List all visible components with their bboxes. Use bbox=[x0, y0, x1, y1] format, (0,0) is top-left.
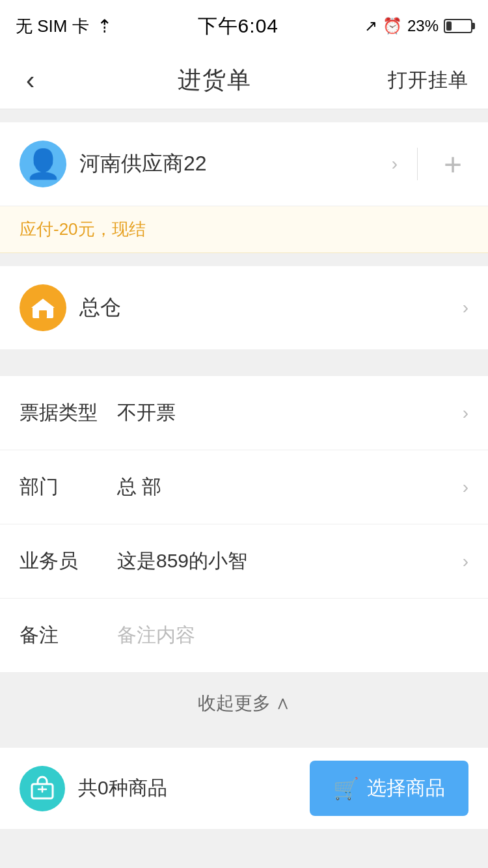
carrier-label: 无 SIM 卡 bbox=[16, 15, 89, 38]
divider bbox=[417, 148, 418, 180]
gap-2 bbox=[0, 253, 488, 266]
add-supplier-button[interactable]: + bbox=[437, 146, 468, 182]
select-product-label: 选择商品 bbox=[367, 775, 445, 802]
remark-input[interactable]: 备注内容 bbox=[111, 622, 468, 649]
gap-1 bbox=[0, 109, 488, 122]
status-time: 下午6:04 bbox=[198, 13, 278, 40]
dept-row[interactable]: 部门 总 部 › bbox=[0, 450, 488, 524]
bill-type-value: 不开票 bbox=[111, 400, 463, 426]
alarm-icon: ⏰ bbox=[383, 17, 402, 35]
remark-row[interactable]: 备注 备注内容 bbox=[0, 599, 488, 673]
gap-3 bbox=[0, 350, 488, 363]
svg-rect-2 bbox=[39, 310, 47, 318]
notice-text: 应付-20元，现结 bbox=[20, 219, 146, 239]
back-button[interactable]: ‹ bbox=[20, 59, 41, 102]
remark-label: 备注 bbox=[20, 622, 111, 649]
supplier-name: 河南供应商22 bbox=[79, 150, 379, 178]
product-icon bbox=[29, 775, 56, 802]
select-product-icon: 🛒 bbox=[333, 776, 359, 801]
wifi-icon: ⇡ bbox=[97, 16, 112, 37]
status-left: 无 SIM 卡 ⇡ bbox=[16, 15, 112, 38]
location-icon: ↗ bbox=[364, 17, 377, 35]
dept-label: 部门 bbox=[20, 474, 111, 500]
supplier-chevron-icon: › bbox=[392, 154, 398, 174]
supplier-avatar: 👤 bbox=[20, 141, 66, 187]
warehouse-row[interactable]: 总仓 › bbox=[0, 266, 488, 350]
warehouse-label: 总仓 bbox=[79, 293, 450, 322]
collapse-label: 收起更多 ∧ bbox=[198, 691, 291, 716]
product-icon-wrap bbox=[20, 766, 65, 811]
svg-marker-1 bbox=[31, 299, 55, 308]
bill-type-chevron-icon: › bbox=[463, 403, 468, 424]
status-bar: 无 SIM 卡 ⇡ 下午6:04 ↗ ⏰ 23% bbox=[0, 0, 488, 52]
dept-value: 总 部 bbox=[111, 474, 463, 500]
page-title: 进货单 bbox=[178, 64, 252, 96]
supplier-avatar-icon: 👤 bbox=[25, 147, 61, 181]
battery-icon bbox=[444, 19, 472, 33]
salesman-label: 业务员 bbox=[20, 548, 111, 575]
bill-type-row[interactable]: 票据类型 不开票 › bbox=[0, 376, 488, 450]
warehouse-icon bbox=[30, 295, 56, 321]
page-background bbox=[0, 829, 488, 868]
bill-type-label: 票据类型 bbox=[20, 400, 111, 426]
status-right: ↗ ⏰ 23% bbox=[364, 17, 472, 35]
warehouse-icon-wrap bbox=[20, 284, 66, 331]
dept-chevron-icon: › bbox=[463, 477, 468, 498]
bottom-bar: 共0种商品 🛒 选择商品 bbox=[0, 747, 488, 829]
warehouse-chevron-icon: › bbox=[463, 297, 468, 318]
salesman-row[interactable]: 业务员 这是859的小智 › bbox=[0, 524, 488, 599]
select-product-button[interactable]: 🛒 选择商品 bbox=[310, 761, 468, 816]
notice-bar: 应付-20元，现结 bbox=[0, 206, 488, 253]
salesman-chevron-icon: › bbox=[463, 551, 468, 572]
supplier-row[interactable]: 👤 河南供应商22 › + bbox=[0, 122, 488, 206]
collapse-bar[interactable]: 收起更多 ∧ bbox=[0, 673, 488, 734]
nav-bar: ‹ 进货单 打开挂单 bbox=[0, 52, 488, 109]
product-count: 共0种商品 bbox=[78, 775, 297, 802]
battery-percent: 23% bbox=[407, 17, 439, 35]
salesman-value: 这是859的小智 bbox=[111, 548, 463, 575]
gap-4 bbox=[0, 734, 488, 747]
open-pending-button[interactable]: 打开挂单 bbox=[388, 67, 468, 94]
form-section: 票据类型 不开票 › 部门 总 部 › 业务员 这是859的小智 › 备注 备注… bbox=[0, 376, 488, 673]
